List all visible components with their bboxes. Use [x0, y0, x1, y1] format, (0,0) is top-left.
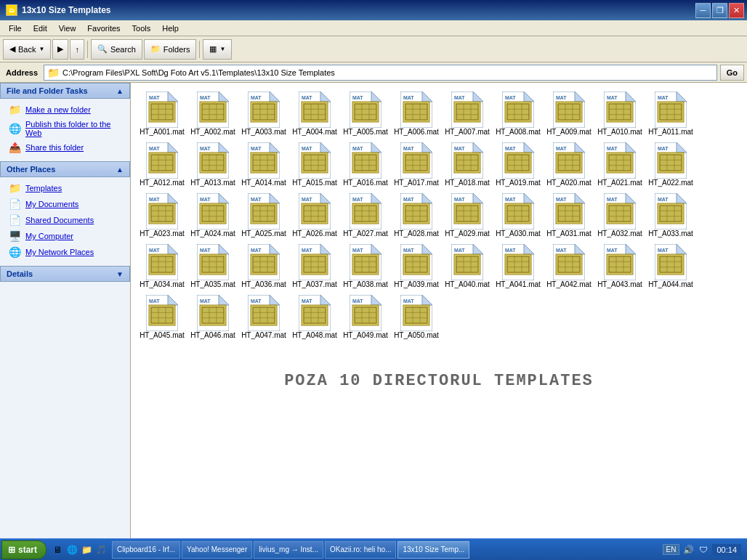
list-item[interactable]: MAT HT_A001.mat — [137, 89, 187, 139]
views-button[interactable]: ▦ ▼ — [203, 39, 232, 60]
back-button[interactable]: ◀ Back ▼ — [3, 39, 51, 60]
list-item[interactable]: MAT HT_A034.mat — [137, 241, 187, 292]
list-item[interactable]: MAT HT_A014.mat — [238, 139, 289, 190]
list-item[interactable]: MAT HT_A050.mat — [391, 292, 442, 343]
list-item[interactable]: MAT HT_A025.mat — [238, 190, 289, 241]
svg-rect-174 — [558, 155, 580, 171]
list-item[interactable]: MAT HT_A003.mat — [238, 89, 289, 139]
menu-view[interactable]: View — [53, 23, 82, 34]
taskbar-media-icon[interactable]: 🎵 — [94, 543, 108, 556]
list-item[interactable]: MAT HT_A041.mat — [493, 241, 544, 292]
details-header[interactable]: Details ▼ — [0, 266, 130, 282]
sidebar-item-templates[interactable]: 📁 Templates — [0, 180, 130, 196]
address-input[interactable]: 📁 C:\Program Files\PXL Soft\Dg Foto Art … — [44, 65, 717, 81]
sidebar-item-shared-documents[interactable]: 📄 Shared Documents — [0, 212, 130, 228]
taskbar-folder-icon[interactable]: 📁 — [80, 543, 93, 556]
list-item[interactable]: MAT HT_A042.mat — [544, 241, 594, 292]
list-item[interactable]: MAT HT_A024.mat — [187, 190, 238, 241]
list-item[interactable]: MAT HT_A021.mat — [594, 139, 645, 190]
taskbar-app-button[interactable]: Clipboard16 - Irf... — [112, 541, 180, 559]
list-item[interactable]: MAT HT_A032.mat — [594, 190, 645, 241]
separator-1 — [87, 41, 88, 58]
svg-rect-327 — [304, 256, 326, 272]
file-tasks-header[interactable]: File and Folder Tasks ▲ — [0, 83, 130, 99]
language-button[interactable]: EN — [663, 544, 680, 555]
list-item[interactable]: MAT HT_A029.mat — [442, 190, 493, 241]
list-item[interactable]: MAT HT_A028.mat — [391, 190, 442, 241]
list-item[interactable]: MAT HT_A039.mat — [391, 241, 442, 292]
sidebar-item-my-computer[interactable]: 🖥️ My Computer — [0, 228, 130, 244]
file-icon: MAT — [502, 92, 534, 128]
up-button[interactable]: ↑ — [70, 39, 84, 60]
list-item[interactable]: MAT HT_A006.mat — [391, 89, 442, 139]
list-item[interactable]: MAT HT_A049.mat — [340, 292, 391, 343]
restore-button[interactable]: ❐ — [712, 3, 727, 18]
list-item[interactable]: MAT HT_A045.mat — [137, 292, 187, 343]
sidebar-item-publish[interactable]: 🌐 Publish this folder to the Web — [0, 118, 130, 139]
list-item[interactable]: MAT HT_A046.mat — [187, 292, 238, 343]
taskbar-app-button[interactable]: livius_mg → Inst... — [254, 541, 323, 559]
list-item[interactable]: MAT HT_A022.mat — [645, 139, 696, 190]
list-item[interactable]: MAT HT_A020.mat — [544, 139, 594, 190]
list-item[interactable]: MAT HT_A026.mat — [289, 190, 340, 241]
list-item[interactable]: MAT HT_A019.mat — [493, 139, 544, 190]
list-item[interactable]: MAT HT_A007.mat — [442, 89, 493, 139]
search-button[interactable]: 🔍 Search — [91, 39, 142, 60]
list-item[interactable]: MAT HT_A017.mat — [391, 139, 442, 190]
content-area[interactable]: MAT HT_A001.mat — [131, 83, 747, 538]
menu-favorites[interactable]: Favorites — [81, 23, 126, 34]
list-item[interactable]: MAT HT_A040.mat — [442, 241, 493, 292]
go-button[interactable]: Go — [720, 65, 744, 81]
list-item[interactable]: MAT HT_A004.mat — [289, 89, 340, 139]
list-item[interactable]: MAT HT_A033.mat — [645, 190, 696, 241]
list-item[interactable]: MAT HT_A036.mat — [238, 241, 289, 292]
taskbar-app-button[interactable]: Yahoo! Messenger — [182, 541, 252, 559]
list-item[interactable]: MAT HT_A043.mat — [594, 241, 645, 292]
list-item[interactable]: MAT HT_A013.mat — [187, 139, 238, 190]
menu-file[interactable]: File — [3, 23, 28, 34]
start-button[interactable]: ⊞ start — [1, 540, 47, 559]
svg-text:MAT: MAT — [454, 197, 465, 202]
list-item[interactable]: MAT HT_A047.mat — [238, 292, 289, 343]
list-item[interactable]: MAT HT_A031.mat — [544, 190, 594, 241]
other-places-header[interactable]: Other Places ▲ — [0, 161, 130, 177]
list-item[interactable]: MAT HT_A012.mat — [137, 139, 187, 190]
list-item[interactable]: MAT HT_A015.mat — [289, 139, 340, 190]
list-item[interactable]: MAT HT_A016.mat — [340, 139, 391, 190]
list-item[interactable]: MAT HT_A023.mat — [137, 190, 187, 241]
file-icon-wrapper: MAT — [350, 142, 381, 179]
file-icon-wrapper: MAT — [553, 193, 585, 230]
list-item[interactable]: MAT HT_A008.mat — [493, 89, 544, 139]
list-item[interactable]: MAT HT_A011.mat — [645, 89, 696, 139]
list-item[interactable]: MAT HT_A009.mat — [544, 89, 594, 139]
sidebar-item-my-documents[interactable]: 📄 My Documents — [0, 196, 130, 212]
menu-edit[interactable]: Edit — [28, 23, 53, 34]
close-button[interactable]: ✕ — [729, 3, 744, 18]
list-item[interactable]: MAT HT_A002.mat — [187, 89, 238, 139]
svg-text:MAT: MAT — [403, 95, 414, 100]
minimize-button[interactable]: ─ — [695, 3, 711, 18]
taskbar-app-button[interactable]: OKazii.ro: heli ho... — [325, 541, 396, 559]
taskbar-app-button[interactable]: 13x10 Size Temp... — [397, 541, 469, 559]
list-item[interactable]: MAT HT_A038.mat — [340, 241, 391, 292]
list-item[interactable]: MAT HT_A005.mat — [340, 89, 391, 139]
taskbar-ie-icon[interactable]: 🌐 — [65, 543, 78, 556]
list-item[interactable]: MAT HT_A035.mat — [187, 241, 238, 292]
sidebar-item-network-places[interactable]: 🌐 My Network Places — [0, 244, 130, 260]
menu-help[interactable]: Help — [156, 23, 185, 34]
menu-tools[interactable]: Tools — [126, 23, 157, 34]
sidebar-item-share[interactable]: 📤 Share this folder — [0, 139, 130, 155]
list-item[interactable]: MAT HT_A027.mat — [340, 190, 391, 241]
taskbar-show-desktop-icon[interactable]: 🖥 — [51, 543, 64, 556]
file-icon: MAT — [299, 295, 331, 331]
forward-button[interactable]: ▶ — [52, 39, 68, 60]
list-item[interactable]: MAT HT_A037.mat — [289, 241, 340, 292]
list-item[interactable]: MAT HT_A030.mat — [493, 190, 544, 241]
list-item[interactable]: MAT HT_A018.mat — [442, 139, 493, 190]
folders-button[interactable]: 📁 Folders — [144, 39, 197, 60]
file-icon: MAT — [451, 142, 483, 179]
list-item[interactable]: MAT HT_A048.mat — [289, 292, 340, 343]
list-item[interactable]: MAT HT_A044.mat — [645, 241, 696, 292]
list-item[interactable]: MAT HT_A010.mat — [594, 89, 645, 139]
sidebar-item-new-folder[interactable]: 📁 Make a new folder — [0, 102, 130, 118]
